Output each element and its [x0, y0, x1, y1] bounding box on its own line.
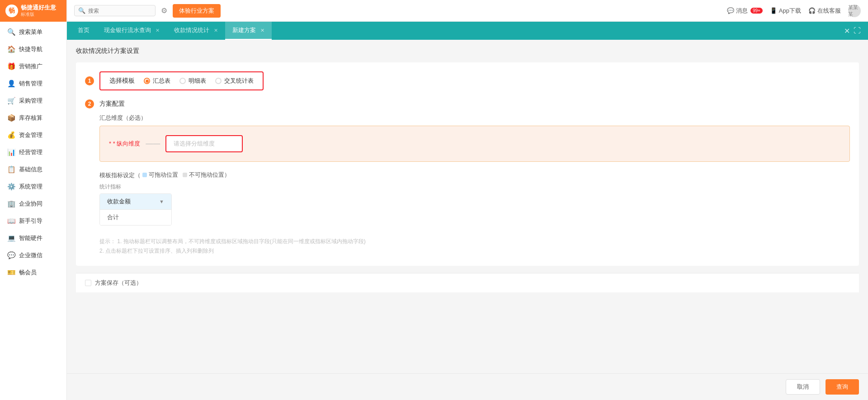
tab-collection-stats-close[interactable]: ✕: [214, 28, 218, 33]
indicator-section: 模板指标设定（ 可拖动位置 不可拖动位置）: [99, 171, 850, 227]
unmovable-tag: 不可拖动位置）: [183, 171, 230, 179]
search-input[interactable]: [88, 8, 142, 14]
message-btn[interactable]: 💬 消息 99+: [727, 7, 763, 15]
radio-crosstab-circle: [215, 78, 222, 84]
indicator-header-text: 收款金额: [107, 198, 131, 206]
gear-icon[interactable]: ⚙: [161, 6, 167, 15]
radio-summary[interactable]: 汇总表: [144, 77, 170, 85]
save-checkbox[interactable]: [85, 280, 91, 286]
step2-label: 方案配置: [99, 100, 125, 108]
download-icon: 📱: [770, 7, 777, 14]
movable-label: 可拖动位置: [149, 171, 178, 179]
sidebar-item-inventory[interactable]: 📦 库存核算: [0, 109, 66, 127]
online-service-btn[interactable]: 🎧 在线客服: [808, 7, 841, 15]
sidebar-nav: 🔍 搜索菜单 🏠 快捷导航 🎁 营销推广 👤 销售管理 🛒 采购管理 📦 库存核…: [0, 22, 66, 400]
settings-card: 1 选择模板 汇总表 明细表: [76, 62, 859, 266]
sidebar-item-newbie[interactable]: 📖 新手引导: [0, 212, 66, 230]
radio-detail-circle: [179, 78, 186, 84]
step2-header: 2 方案配置: [85, 99, 850, 108]
tab-bank-flow[interactable]: 现金银行流水查询 ✕: [97, 22, 167, 40]
sidebar-item-marketing[interactable]: 🎁 营销推广: [0, 58, 66, 75]
sidebar-item-label: 畅会员: [19, 268, 37, 277]
step1-label: 选择模板: [109, 77, 135, 85]
sidebar-item-basic[interactable]: 📋 基础信息: [0, 161, 66, 178]
cancel-button[interactable]: 取消: [786, 379, 820, 395]
sidebar: 畅 畅捷通好生意 标准版 🔍 搜索菜单 🏠 快捷导航 🎁 营销推广 👤 销售管理…: [0, 0, 67, 400]
tab-new-plan-label: 新建方案: [232, 26, 256, 34]
sidebar-item-search-menu[interactable]: 🔍 搜索菜单: [0, 24, 66, 41]
sales-icon: 👤: [7, 80, 15, 88]
dimension-placeholder: 请选择分组维度: [174, 140, 215, 147]
sidebar-item-system[interactable]: ⚙️ 系统管理: [0, 178, 66, 195]
sidebar-item-capital[interactable]: 💰 资金管理: [0, 127, 66, 144]
tab-home[interactable]: 首页: [71, 22, 97, 40]
tip-2: 2. 点击标题栏下拉可设置排序、插入列和删除列: [99, 247, 850, 255]
tab-new-plan-close[interactable]: ✕: [260, 28, 264, 33]
sidebar-item-purchase[interactable]: 🛒 采购管理: [0, 92, 66, 109]
sidebar-item-member[interactable]: 🎫 畅会员: [0, 264, 66, 281]
radio-summary-circle: [144, 78, 150, 84]
indicator-table: 收款金额 ▼ 合计: [99, 193, 172, 226]
dimension-arrow-icon: ——: [146, 140, 160, 148]
sidebar-item-label: 库存核算: [19, 114, 42, 122]
tab-home-label: 首页: [78, 26, 90, 34]
topbar-right: 💬 消息 99+ 📱 App下载 🎧 在线客服 某某某: [727, 5, 861, 17]
sidebar-item-label: 新手引导: [19, 217, 42, 225]
sidebar-item-wechat[interactable]: 💬 企业微信: [0, 247, 66, 264]
hardware-icon: 💻: [7, 234, 15, 242]
avatar-text: 某某某: [848, 4, 861, 18]
app-download-btn[interactable]: 📱 App下载: [770, 7, 801, 15]
radio-detail-label: 明细表: [189, 77, 206, 85]
topbar-search-box[interactable]: 🔍: [74, 5, 156, 16]
indicator-table-row: 合计: [100, 210, 171, 225]
sidebar-item-label: 系统管理: [19, 183, 42, 191]
tab-collection-stats[interactable]: 收款情况统计 ✕: [167, 22, 225, 40]
message-badge: 99+: [750, 8, 763, 14]
sidebar-item-sales[interactable]: 👤 销售管理: [0, 75, 66, 92]
sidebar-item-business[interactable]: 📊 经营管理: [0, 144, 66, 161]
dimension-label-text: * 纵向维度: [113, 140, 141, 147]
query-button[interactable]: 查询: [826, 379, 859, 395]
movable-tag: 可拖动位置: [142, 171, 178, 179]
sidebar-item-label: 智能硬件: [19, 234, 42, 242]
tab-bank-flow-label: 现金银行流水查询: [104, 26, 151, 34]
radio-crosstab-label: 交叉统计表: [224, 77, 254, 85]
tab-collection-stats-label: 收款情况统计: [174, 26, 209, 34]
unmovable-label: 不可拖动位置）: [189, 171, 230, 179]
expand-icon[interactable]: ⛶: [854, 27, 861, 35]
capital-icon: 💰: [7, 131, 15, 139]
download-label: App下载: [779, 7, 801, 15]
sidebar-logo: 畅 畅捷通好生意 标准版: [0, 0, 66, 22]
radio-crosstab[interactable]: 交叉统计表: [215, 77, 254, 85]
sidebar-item-enterprise[interactable]: 🏢 企业协同: [0, 195, 66, 212]
step1-header: 1 选择模板 汇总表 明细表: [85, 71, 850, 90]
industry-btn[interactable]: 体验行业方案: [173, 4, 221, 18]
service-icon: 🎧: [808, 7, 816, 14]
logo-icon: 畅: [5, 5, 18, 17]
business-icon: 📊: [7, 148, 15, 156]
dimension-row: * * 纵向维度 —— 请选择分组维度: [109, 135, 840, 152]
dimension-label: * * 纵向维度: [109, 140, 140, 148]
user-avatar[interactable]: 某某某: [848, 5, 861, 17]
dimension-select[interactable]: 请选择分组维度: [165, 135, 243, 152]
sidebar-item-label: 搜索菜单: [19, 28, 42, 36]
close-all-icon[interactable]: ✕: [844, 27, 850, 35]
search-menu-icon: 🔍: [7, 28, 15, 36]
sidebar-item-quick-nav[interactable]: 🏠 快捷导航: [0, 41, 66, 58]
indicator-dropdown-arrow[interactable]: ▼: [159, 199, 164, 204]
brand-name: 畅捷通好生意: [21, 4, 56, 11]
movable-dot: [142, 173, 147, 177]
main-area: 🔍 ⚙ 体验行业方案 💬 消息 99+ 📱 App下载 🎧 在线客服 某某某: [67, 0, 868, 400]
sidebar-item-hardware[interactable]: 💻 智能硬件: [0, 230, 66, 247]
wechat-icon: 💬: [7, 251, 15, 259]
radio-detail[interactable]: 明细表: [179, 77, 206, 85]
step2-badge: 2: [85, 99, 94, 108]
dimension-area: * * 纵向维度 —— 请选择分组维度: [99, 126, 850, 162]
sidebar-item-label: 资金管理: [19, 131, 42, 139]
tab-new-plan[interactable]: 新建方案 ✕: [225, 22, 272, 40]
step2-section: 2 方案配置 汇总维度（必选） * * 纵向维度 ——: [85, 99, 850, 255]
inventory-icon: 📦: [7, 114, 15, 122]
tab-bank-flow-close[interactable]: ✕: [156, 28, 160, 33]
indicator-table-header[interactable]: 收款金额 ▼: [100, 194, 171, 210]
newbie-icon: 📖: [7, 217, 15, 225]
